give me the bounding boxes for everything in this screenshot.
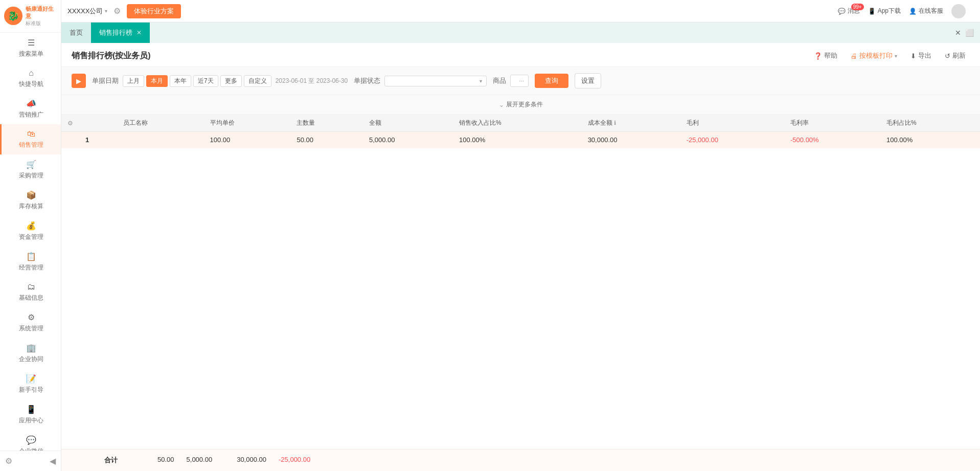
online-service-button[interactable]: 👤 在线客服: [909, 7, 943, 15]
message-button[interactable]: 💬 消息 99+: [838, 7, 860, 15]
sidebar-item-beginner-guide[interactable]: 📝 新手引导: [0, 369, 61, 399]
window-maximize-btn[interactable]: ⬜: [965, 29, 974, 37]
search-button[interactable]: 查询: [535, 74, 568, 88]
sidebar-item-finance-label: 资金管理: [19, 233, 43, 241]
sidebar-item-enterprise-collab[interactable]: 🏢 企业协同: [0, 338, 61, 369]
tab-home[interactable]: 首页: [61, 23, 91, 43]
sidebar-settings-btn[interactable]: ⚙: [5, 456, 12, 466]
row-avg-price: 100.00: [204, 132, 291, 148]
trial-button[interactable]: 体验行业方案: [127, 4, 181, 18]
finance-icon: 💰: [26, 221, 36, 231]
marketing-icon: 📣: [26, 99, 36, 108]
filter-toggle-btn[interactable]: ▶: [72, 74, 86, 88]
row-qty: 50.00: [290, 132, 363, 148]
purchase-icon: 🛒: [26, 160, 36, 169]
sidebar-item-search-label: 搜索菜单: [19, 50, 43, 58]
settings-button[interactable]: 设置: [575, 73, 601, 88]
sidebar-item-search[interactable]: ☰ 搜索菜单: [0, 33, 61, 63]
sidebar-item-sales[interactable]: 🛍 销售管理: [0, 124, 61, 154]
tabbar: 首页 销售排行榜 ✕ ✕ ⬜: [61, 23, 980, 43]
sidebar-item-purchase-label: 采购管理: [19, 171, 43, 180]
table-container: ⚙ 员工名称 平均单价 主数量 全额 销售收入占比% 成本全额 ℹ 毛利 毛利率…: [61, 115, 980, 449]
app-download-icon: 📱: [868, 8, 876, 15]
col-rank: [79, 115, 117, 132]
footer-gross: -25,000.00: [272, 454, 316, 467]
app-download-button[interactable]: 📱 App下载: [868, 7, 901, 15]
row-amount: 5,000.00: [363, 132, 453, 148]
sidebar-item-inventory-label: 库存核算: [19, 202, 43, 211]
col-gross-pct: 毛利占比%: [880, 115, 980, 132]
sidebar-item-system[interactable]: ⚙ 系统管理: [0, 307, 61, 338]
refresh-label: 刷新: [952, 51, 966, 60]
filter-bar: ▶ 单据日期 上月 本月 本年 近7天 更多 自定义 2023-06-01 至 …: [61, 67, 980, 95]
tab-close-icon[interactable]: ✕: [136, 29, 142, 36]
print-label: 按模板打印: [859, 51, 893, 60]
sidebar-item-enterprise-wechat[interactable]: 💬 企业微信: [0, 430, 61, 451]
footer-gross-rate: [316, 454, 329, 467]
sidebar-item-operations[interactable]: 📋 经营管理: [0, 246, 61, 277]
sidebar-item-quick-nav[interactable]: ⌂ 快捷导航: [0, 63, 61, 94]
col-settings[interactable]: ⚙: [61, 115, 79, 132]
service-icon: 👤: [909, 8, 917, 15]
col-qty: 主数量: [290, 115, 363, 132]
refresh-button[interactable]: ↺ 刷新: [941, 49, 970, 62]
search-menu-icon: ☰: [28, 38, 35, 48]
date-btn-7days[interactable]: 近7天: [193, 75, 218, 87]
date-btn-this-month[interactable]: 本月: [146, 75, 168, 87]
date-btn-last-month[interactable]: 上月: [123, 75, 144, 87]
app-edition: 标准版: [26, 20, 57, 27]
help-icon: ❓: [814, 52, 822, 60]
col-gross-rate: 毛利率: [784, 115, 880, 132]
company-name: XXXXX公司: [67, 7, 103, 16]
message-icon: 💬: [838, 8, 846, 15]
sidebar-item-enterprise-wechat-label: 企业微信: [19, 447, 43, 451]
tab-sales-ranking[interactable]: 销售排行榜 ✕: [91, 23, 150, 43]
date-btn-custom[interactable]: 自定义: [244, 75, 271, 87]
footer-avg-price: [139, 454, 151, 467]
sidebar-item-app-center-label: 应用中心: [19, 416, 43, 425]
topbar-settings-icon[interactable]: ⚙: [113, 6, 121, 16]
export-label: 导出: [918, 51, 931, 60]
company-selector[interactable]: XXXXX公司 ▾: [67, 7, 107, 16]
sidebar-item-quick-nav-label: 快捷导航: [19, 80, 43, 88]
date-btn-more[interactable]: 更多: [220, 75, 242, 87]
goods-filter: 商品 ···: [493, 75, 529, 87]
sidebar-item-inventory[interactable]: 📦 库存核算: [0, 185, 61, 216]
export-button[interactable]: ⬇ 导出: [906, 49, 936, 62]
date-btn-this-year[interactable]: 本年: [170, 75, 191, 87]
sidebar-item-finance[interactable]: 💰 资金管理: [0, 216, 61, 246]
row-settings[interactable]: [61, 132, 79, 148]
sidebar-item-marketing[interactable]: 📣 营销推广: [0, 94, 61, 124]
topbar-right: 💬 消息 99+ 📱 App下载 👤 在线客服: [838, 4, 974, 18]
table-row: 1 100.00 50.00 5,000.00 100.00% 30,000.0…: [61, 132, 980, 148]
print-icon: 🖨: [851, 52, 857, 60]
topbar: XXXXX公司 ▾ ⚙ 体验行业方案 💬 消息 99+ 📱 App下载 👤 在线…: [61, 0, 980, 23]
window-close-btn[interactable]: ✕: [955, 29, 961, 37]
print-button[interactable]: 🖨 按模板打印 ▾: [847, 49, 901, 62]
row-gross: -25,000.00: [680, 132, 784, 148]
sidebar-item-app-center[interactable]: 📱 应用中心: [0, 399, 61, 430]
expand-more-button[interactable]: ⌄ 展开更多条件: [496, 97, 546, 112]
sidebar-item-purchase[interactable]: 🛒 采购管理: [0, 154, 61, 185]
col-sales-pct: 销售收入占比%: [453, 115, 582, 132]
help-button[interactable]: ❓ 帮助: [810, 49, 841, 62]
page-header: 销售排行榜(按业务员) ❓ 帮助 🖨 按模板打印 ▾ ⬇ 导出 ↺ 刷新: [61, 43, 980, 67]
expand-more-label: 展开更多条件: [506, 100, 543, 109]
tab-sales-ranking-label: 销售排行榜: [99, 28, 132, 37]
user-avatar[interactable]: [951, 4, 966, 18]
row-gross-rate: -500.00%: [784, 132, 880, 148]
goods-more-icon[interactable]: ···: [519, 77, 524, 84]
sales-table: ⚙ 员工名称 平均单价 主数量 全额 销售收入占比% 成本全额 ℹ 毛利 毛利率…: [61, 115, 980, 148]
service-label: 在线客服: [919, 7, 943, 15]
footer-cost: 30,000.00: [231, 454, 272, 467]
goods-select[interactable]: ···: [510, 75, 529, 87]
sidebar-item-sales-label: 销售管理: [19, 141, 43, 149]
footer-amount: 5,000.00: [180, 454, 219, 467]
status-select[interactable]: ▾: [384, 76, 487, 86]
system-icon: ⚙: [28, 312, 35, 322]
status-label: 单据状态: [354, 76, 380, 85]
sidebar-collapse-btn[interactable]: ◀: [50, 456, 56, 466]
filter-expand: ⌄ 展开更多条件: [61, 95, 980, 115]
sidebar-item-basic-info[interactable]: 🗂 基础信息: [0, 277, 61, 307]
footer-gross-pct: [329, 454, 341, 467]
